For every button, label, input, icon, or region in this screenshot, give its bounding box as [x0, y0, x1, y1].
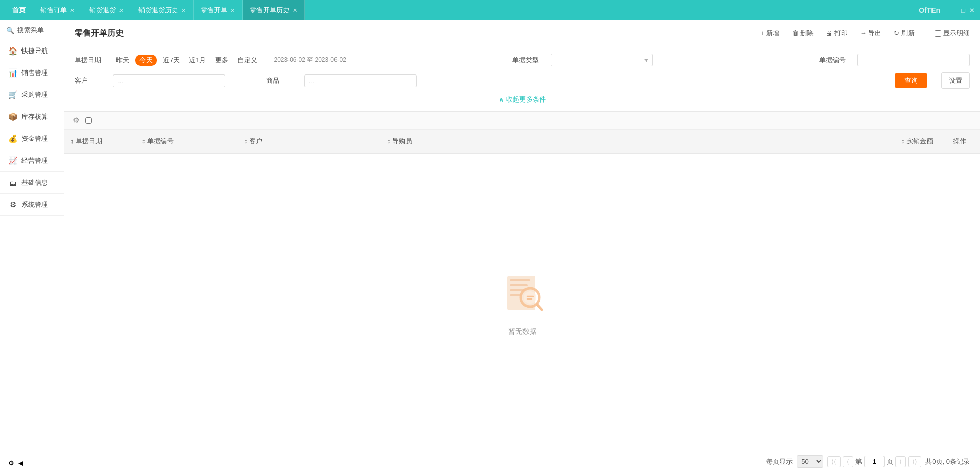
- th-number[interactable]: ↕ 单据编号: [136, 134, 238, 149]
- date-opt-近1月[interactable]: 近1月: [186, 55, 209, 66]
- page-title: 零售开单历史: [75, 28, 124, 39]
- sidebar-icon-sales-mgmt: 📊: [8, 68, 17, 78]
- date-opt-近7天[interactable]: 近7天: [160, 55, 183, 66]
- tab-retail-bill[interactable]: 零售开单✕: [194, 0, 243, 20]
- date-filter-label: 单据日期: [75, 56, 103, 65]
- sidebar-item-finance[interactable]: 💰 资金管理: [0, 128, 64, 150]
- date-opt-今天[interactable]: 今天: [135, 55, 157, 66]
- tab-home[interactable]: 首页: [5, 0, 33, 20]
- empty-icon: [497, 268, 548, 319]
- window-controls: OfTEn — □ ✕: [919, 6, 975, 14]
- th-guide-label: ↕ 导购员: [387, 137, 412, 146]
- pagination: 每页显示 50 10 20 100 ⟨⟨ ⟨ 第 页 ⟩ ⟩⟩ 共0页, 0条记…: [64, 450, 980, 473]
- th-amount-label: ↕ 实销金额: [901, 137, 933, 146]
- customer-placeholder: ...: [117, 77, 123, 85]
- th-amount[interactable]: ↕ 实销金额: [463, 134, 939, 149]
- date-opt-昨天[interactable]: 昨天: [113, 55, 132, 66]
- print-button[interactable]: 🖨 打印: [823, 27, 851, 40]
- tab-sales-return-history[interactable]: 销货退货历史✕: [131, 0, 194, 20]
- query-button[interactable]: 查询: [895, 73, 927, 88]
- sidebar-item-inventory[interactable]: 📦 库存核算: [0, 106, 64, 128]
- filter-row-2: 客户 ... 商品 ... 查询 设置: [75, 72, 970, 89]
- prev-page-btn[interactable]: ⟨: [843, 456, 853, 467]
- sidebar-icon-operations: 📈: [8, 156, 17, 165]
- empty-text: 暂无数据: [508, 327, 537, 336]
- sidebar-label-inventory: 库存核算: [21, 112, 48, 121]
- delete-button[interactable]: 🗑 删除: [789, 27, 817, 40]
- sidebar-item-quick-nav[interactable]: 🏠 快捷导航: [0, 40, 64, 62]
- select-all-checkbox[interactable]: [85, 117, 92, 124]
- add-button[interactable]: + 新增: [757, 27, 782, 40]
- product-input[interactable]: ...: [304, 74, 417, 87]
- date-opt-更多[interactable]: 更多: [212, 55, 231, 66]
- next-page-btn[interactable]: ⟩: [895, 456, 906, 467]
- show-detail-checkbox[interactable]: 显示明细: [935, 29, 970, 38]
- sidebar-item-operations[interactable]: 📈 经营管理: [0, 150, 64, 172]
- tab-sales-return[interactable]: 销货退货✕: [82, 0, 131, 20]
- minimize-btn[interactable]: —: [950, 7, 957, 14]
- th-customer[interactable]: ↕ 客户: [238, 134, 381, 149]
- show-detail-input[interactable]: [935, 30, 941, 37]
- total-info: 共0页, 0条记录: [925, 457, 970, 466]
- th-guide[interactable]: ↕ 导购员: [381, 134, 463, 149]
- page-number-input[interactable]: [864, 456, 885, 467]
- sidebar-item-system-mgmt[interactable]: ⚙ 系统管理: [0, 194, 64, 216]
- show-detail-label: 显示明细: [943, 29, 970, 38]
- doc-number-label: 单据编号: [819, 56, 847, 65]
- settings-icon[interactable]: ⚙: [8, 459, 14, 467]
- collapse-icon[interactable]: ◀: [18, 459, 23, 467]
- doc-number-input[interactable]: [857, 54, 970, 66]
- brand-label: OfTEn: [919, 6, 940, 14]
- page-nav: ⟨⟨ ⟨ 第 页 ⟩ ⟩⟩: [827, 456, 921, 467]
- doc-type-chevron: ▾: [644, 56, 648, 64]
- empty-state: 暂无数据: [64, 154, 980, 450]
- sidebar-icon-purchase-mgmt: 🛒: [8, 90, 17, 99]
- table-settings-icon[interactable]: ⚙: [73, 116, 79, 125]
- first-page-btn[interactable]: ⟨⟨: [827, 456, 841, 467]
- th-date-label: ↕ 单据日期: [70, 137, 102, 146]
- page-label-pre: 第: [855, 457, 862, 466]
- tab-label: 销售订单: [40, 6, 67, 15]
- tab-label: 销货退货: [89, 6, 116, 15]
- doc-type-label: 单据类型: [512, 56, 540, 65]
- collapse-button[interactable]: ∧ 收起更多条件: [75, 95, 970, 104]
- tab-close[interactable]: ✕: [70, 7, 75, 14]
- doc-type-select[interactable]: ▾: [551, 54, 653, 66]
- sidebar-label-operations: 经营管理: [21, 156, 48, 165]
- tab-close[interactable]: ✕: [181, 7, 186, 14]
- sidebar-search[interactable]: 🔍 搜索采单: [0, 20, 64, 40]
- sidebar-icon-finance: 💰: [8, 134, 17, 143]
- sidebar-icon-system-mgmt: ⚙: [8, 200, 17, 209]
- page-size-select[interactable]: 50 10 20 100: [797, 455, 823, 468]
- maximize-btn[interactable]: □: [961, 7, 965, 14]
- sidebar-item-sales-mgmt[interactable]: 📊 销售管理: [0, 62, 64, 84]
- table-area: ⚙ ↕ 单据日期 ↕ 单据编号 ↕ 客户 ↕ 导购员 ↕ 实销金额: [64, 112, 980, 450]
- product-filter-label: 商品: [266, 76, 294, 85]
- date-opt-自定义[interactable]: 自定义: [234, 55, 260, 66]
- tab-close[interactable]: ✕: [293, 7, 297, 14]
- export-button[interactable]: → 导出: [857, 27, 885, 40]
- close-btn[interactable]: ✕: [969, 7, 975, 14]
- filter-row-1: 单据日期 昨天今天近7天近1月更多自定义 2023-06-02 至 2023-0…: [75, 54, 970, 66]
- page-label-post: 页: [887, 457, 893, 466]
- page-header: 零售开单历史 + 新增 🗑 删除 🖨 打印 → 导出 ↻ 刷新 显示明细: [64, 20, 980, 46]
- empty-illustration: [497, 268, 548, 319]
- sidebar-item-purchase-mgmt[interactable]: 🛒 采购管理: [0, 84, 64, 106]
- tab-close[interactable]: ✕: [230, 7, 235, 14]
- refresh-button[interactable]: ↻ 刷新: [891, 27, 918, 40]
- tab-sales-order[interactable]: 销售订单✕: [33, 0, 82, 20]
- customer-input[interactable]: ...: [113, 74, 225, 87]
- tab-close[interactable]: ✕: [119, 7, 124, 14]
- sidebar-label-base-info: 基础信息: [21, 178, 48, 187]
- settings-button[interactable]: 设置: [941, 72, 970, 89]
- th-number-label: ↕ 单据编号: [142, 137, 174, 146]
- tab-label: 零售开单: [201, 6, 227, 15]
- tab-retail-bill-history[interactable]: 零售开单历史✕: [243, 0, 305, 20]
- header-actions: + 新增 🗑 删除 🖨 打印 → 导出 ↻ 刷新 显示明细: [757, 27, 970, 40]
- last-page-btn[interactable]: ⟩⟩: [908, 456, 921, 467]
- sidebar-bottom[interactable]: ⚙ ◀: [0, 453, 64, 473]
- th-date[interactable]: ↕ 单据日期: [64, 134, 136, 149]
- sidebar-item-base-info[interactable]: 🗂 基础信息: [0, 172, 64, 194]
- svg-point-6: [524, 291, 536, 304]
- sidebar-label-purchase-mgmt: 采购管理: [21, 90, 48, 99]
